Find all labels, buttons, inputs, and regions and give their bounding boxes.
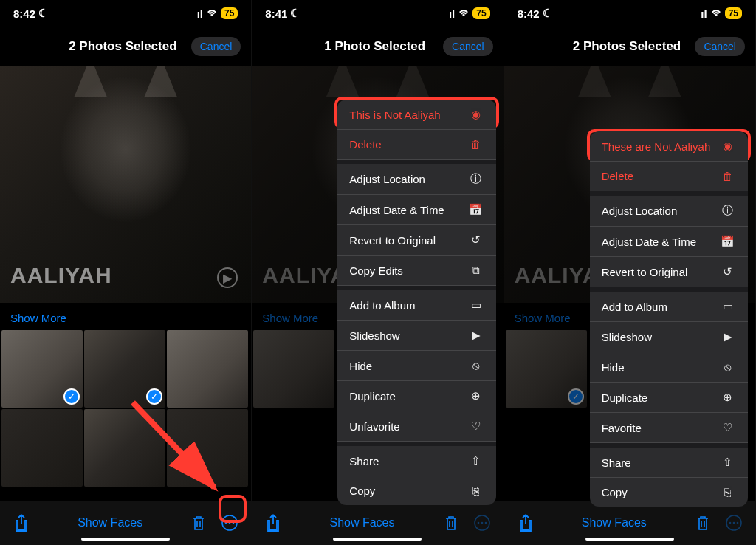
hero-photo[interactable]: AALIYAH ▶ bbox=[0, 66, 251, 303]
menu-add-album[interactable]: Add to Album▭ bbox=[590, 292, 748, 322]
status-bar: 8:42 ☾ ıl 75 bbox=[504, 0, 755, 27]
home-indicator[interactable] bbox=[585, 538, 674, 541]
menu-adjust-location[interactable]: Adjust Locationⓘ bbox=[590, 196, 748, 227]
annotation-arrow bbox=[118, 391, 229, 502]
play-rect-icon: ▶ bbox=[720, 330, 736, 343]
screenshot-panel-1: 8:42 ☾ ıl 75 2 Photos Selected Cancel AA… bbox=[0, 0, 252, 545]
menu-duplicate[interactable]: Duplicate⊕ bbox=[590, 383, 748, 413]
album-icon: ▭ bbox=[468, 298, 484, 312]
wifi-icon bbox=[206, 9, 218, 18]
battery-level: 75 bbox=[725, 7, 742, 19]
show-faces-button[interactable]: Show Faces bbox=[329, 516, 394, 529]
menu-share[interactable]: Share⇧ bbox=[590, 448, 748, 478]
menu-not-person[interactable]: These are Not Aaliyah◉ bbox=[590, 131, 748, 162]
copy-edits-icon: ⧉ bbox=[468, 264, 484, 277]
menu-unfavorite[interactable]: Unfavorite♡ bbox=[337, 411, 495, 442]
home-indicator[interactable] bbox=[81, 538, 170, 541]
menu-add-album[interactable]: Add to Album▭ bbox=[337, 290, 495, 321]
copy-icon: ⎘ bbox=[468, 484, 484, 497]
bottom-toolbar: Show Faces bbox=[504, 501, 755, 545]
photo-thumb[interactable]: ✓ bbox=[1, 330, 83, 408]
screenshot-panel-2: 8:41 ☾ ıl 75 1 Photo Selected Cancel AAL… bbox=[252, 0, 504, 545]
menu-revert[interactable]: Revert to Original↺ bbox=[590, 257, 748, 287]
more-icon[interactable] bbox=[472, 513, 492, 532]
share-icon: ⇧ bbox=[720, 456, 736, 469]
menu-delete[interactable]: Delete🗑 bbox=[337, 130, 495, 160]
person-name: AALIYAH bbox=[10, 263, 112, 288]
duplicate-icon: ⊕ bbox=[468, 389, 484, 402]
share-icon[interactable] bbox=[12, 513, 31, 532]
menu-adjust-location[interactable]: Adjust Locationⓘ bbox=[337, 164, 495, 195]
menu-favorite[interactable]: Favorite♡ bbox=[590, 413, 748, 443]
revert-icon: ↺ bbox=[720, 265, 736, 278]
status-time: 8:42 bbox=[518, 7, 540, 20]
bottom-toolbar: Show Faces bbox=[252, 501, 503, 545]
nav-title: 2 Photos Selected bbox=[559, 39, 695, 54]
show-faces-button[interactable]: Show Faces bbox=[582, 516, 647, 529]
selected-check-icon: ✓ bbox=[63, 388, 80, 405]
cancel-button[interactable]: Cancel bbox=[191, 37, 241, 56]
trash-icon: 🗑 bbox=[720, 170, 736, 182]
nav-title: 1 Photo Selected bbox=[306, 39, 443, 54]
screenshot-panel-3: 8:42 ☾ ıl 75 2 Photos Selected Cancel AA… bbox=[504, 0, 756, 545]
menu-copy[interactable]: Copy⎘ bbox=[590, 478, 748, 507]
photo-thumb[interactable] bbox=[1, 409, 83, 487]
battery-level: 75 bbox=[472, 7, 489, 19]
calendar-icon: 📅 bbox=[720, 235, 736, 248]
trash-icon[interactable] bbox=[189, 513, 208, 532]
svg-point-7 bbox=[481, 522, 483, 524]
menu-share[interactable]: Share⇧ bbox=[337, 446, 495, 476]
moon-icon: ☾ bbox=[290, 7, 300, 20]
play-rect-icon: ▶ bbox=[468, 329, 484, 342]
trash-icon: 🗑 bbox=[468, 138, 484, 151]
share-icon[interactable] bbox=[516, 513, 535, 532]
revert-icon: ↺ bbox=[468, 233, 484, 247]
bottom-toolbar: Show Faces bbox=[0, 501, 251, 545]
more-icon[interactable] bbox=[724, 513, 743, 532]
wifi-icon bbox=[458, 9, 470, 18]
eye-slash-icon: ⦸ bbox=[720, 360, 736, 374]
nav-title: 2 Photos Selected bbox=[55, 39, 191, 54]
photo-thumb bbox=[253, 330, 334, 408]
cancel-button[interactable]: Cancel bbox=[695, 37, 745, 56]
person-slash-icon: ◉ bbox=[720, 140, 736, 153]
show-more-link[interactable]: Show More bbox=[0, 303, 251, 330]
selected-check-icon: ✓ bbox=[568, 388, 584, 405]
menu-slideshow[interactable]: Slideshow▶ bbox=[590, 322, 748, 352]
menu-copy[interactable]: Copy⎘ bbox=[337, 476, 495, 505]
menu-delete[interactable]: Delete🗑 bbox=[590, 162, 748, 191]
svg-line-4 bbox=[133, 402, 214, 487]
trash-icon[interactable] bbox=[441, 513, 461, 532]
status-bar: 8:42 ☾ ıl 75 bbox=[0, 0, 251, 27]
person-slash-icon: ◉ bbox=[468, 108, 484, 121]
home-indicator[interactable] bbox=[333, 538, 422, 541]
menu-revert[interactable]: Revert to Original↺ bbox=[337, 225, 495, 256]
menu-duplicate[interactable]: Duplicate⊕ bbox=[337, 381, 495, 411]
svg-point-11 bbox=[733, 522, 735, 524]
nav-header: 1 Photo Selected Cancel bbox=[252, 27, 503, 66]
actions-menu: These are Not Aaliyah◉ Delete🗑 Adjust Lo… bbox=[590, 131, 748, 507]
info-icon: ⓘ bbox=[720, 204, 736, 218]
nav-header: 2 Photos Selected Cancel bbox=[0, 27, 251, 66]
menu-hide[interactable]: Hide⦸ bbox=[337, 351, 495, 381]
menu-adjust-date[interactable]: Adjust Date & Time📅 bbox=[337, 195, 495, 225]
copy-icon: ⎘ bbox=[720, 486, 736, 498]
show-faces-button[interactable]: Show Faces bbox=[78, 516, 142, 529]
menu-slideshow[interactable]: Slideshow▶ bbox=[337, 321, 495, 351]
menu-adjust-date[interactable]: Adjust Date & Time📅 bbox=[590, 227, 748, 257]
cellular-icon: ıl bbox=[449, 7, 455, 20]
menu-not-person[interactable]: This is Not Aaliyah◉ bbox=[337, 100, 495, 130]
menu-hide[interactable]: Hide⦸ bbox=[590, 352, 748, 383]
nav-header: 2 Photos Selected Cancel bbox=[504, 27, 755, 66]
trash-icon[interactable] bbox=[693, 513, 712, 532]
cancel-button[interactable]: Cancel bbox=[443, 37, 493, 56]
svg-point-6 bbox=[477, 522, 479, 524]
share-icon[interactable] bbox=[264, 513, 283, 532]
wifi-icon bbox=[710, 9, 722, 18]
status-time: 8:41 bbox=[265, 7, 287, 20]
info-icon: ⓘ bbox=[468, 172, 484, 186]
menu-copy-edits[interactable]: Copy Edits⧉ bbox=[337, 256, 495, 286]
play-icon[interactable]: ▶ bbox=[217, 267, 238, 288]
calendar-icon: 📅 bbox=[468, 203, 484, 216]
svg-point-8 bbox=[484, 522, 487, 524]
